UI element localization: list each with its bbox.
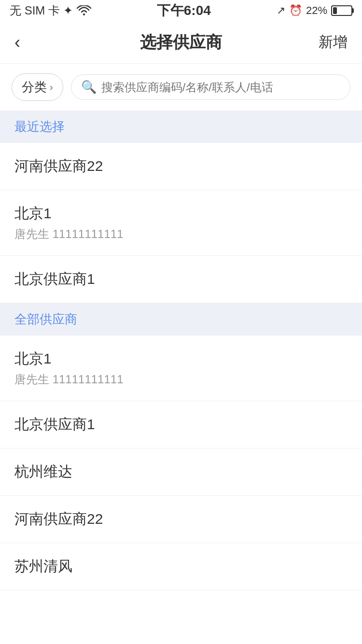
battery-fill	[333, 7, 337, 14]
wifi-icon	[77, 5, 91, 16]
all-list-item[interactable]: 北京供应商1	[0, 401, 362, 448]
recent-section-header: 最近选择	[0, 111, 362, 143]
chevron-right-icon: ›	[50, 82, 53, 93]
search-box[interactable]: 🔍	[71, 74, 350, 100]
all-section-label: 全部供应商	[14, 312, 77, 326]
recent-list-item[interactable]: 北京供应商1	[0, 256, 362, 303]
status-left: 无 SIM 卡 ✦	[10, 3, 91, 18]
item-name: 河南供应商22	[14, 156, 348, 176]
item-sub: 唐先生 11111111111	[14, 372, 348, 387]
item-sub: 唐先生 11111111111	[14, 226, 348, 242]
all-list-item[interactable]: 杭州维达	[0, 448, 362, 496]
recent-list-item[interactable]: 河南供应商22	[0, 143, 362, 190]
recent-list-item[interactable]: 北京1唐先生 11111111111	[0, 190, 362, 256]
item-name: 北京供应商1	[14, 269, 348, 289]
recent-list: 河南供应商22北京1唐先生 11111111111北京供应商1	[0, 143, 362, 303]
location-icon: ↗	[277, 4, 285, 17]
status-right: ↗ ⏰ 22%	[277, 4, 352, 17]
filter-row: 分类 › 🔍	[0, 64, 362, 111]
item-name: 北京供应商1	[14, 415, 348, 434]
battery-icon	[331, 5, 352, 16]
status-time: 下午6:04	[157, 1, 211, 20]
category-button[interactable]: 分类 ›	[12, 73, 63, 101]
item-name: 北京1	[14, 204, 348, 224]
all-section-header: 全部供应商	[0, 303, 362, 336]
item-name: 北京1	[14, 349, 348, 369]
sim-label: 无 SIM 卡 ✦	[10, 3, 73, 18]
page-title: 选择供应商	[140, 31, 222, 54]
all-list: 北京1唐先生 11111111111北京供应商1杭州维达河南供应商22苏州清风	[0, 336, 362, 590]
nav-bar: ‹ 选择供应商 新增	[0, 21, 362, 64]
category-label: 分类	[22, 79, 47, 96]
back-button[interactable]: ‹	[14, 32, 43, 53]
item-name: 河南供应商22	[14, 509, 348, 529]
battery-tip	[352, 8, 354, 13]
battery-percent: 22%	[306, 4, 327, 17]
search-input[interactable]	[101, 81, 340, 94]
svg-point-0	[83, 14, 85, 15]
alarm-icon: ⏰	[289, 4, 302, 17]
item-name: 杭州维达	[14, 462, 348, 482]
recent-section-label: 最近选择	[14, 119, 65, 134]
all-list-item[interactable]: 苏州清风	[0, 543, 362, 590]
item-name: 苏州清风	[14, 557, 348, 576]
add-button[interactable]: 新增	[319, 32, 348, 52]
search-icon: 🔍	[81, 80, 97, 95]
status-bar: 无 SIM 卡 ✦ 下午6:04 ↗ ⏰ 22%	[0, 0, 362, 21]
all-list-item[interactable]: 河南供应商22	[0, 496, 362, 543]
all-list-item[interactable]: 北京1唐先生 11111111111	[0, 336, 362, 401]
